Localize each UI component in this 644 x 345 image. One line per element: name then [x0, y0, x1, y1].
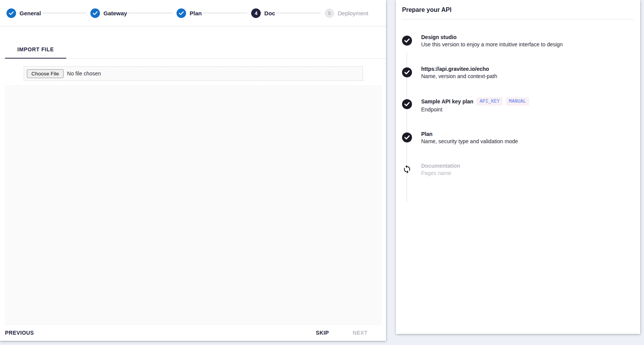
step-number-badge: 5	[325, 8, 334, 18]
step-connector	[42, 13, 87, 13]
item-title: Design studio	[421, 34, 563, 41]
file-dropzone[interactable]: Choose File No file chosen	[24, 66, 363, 81]
list-item-design-studio: Design studio Use this version to enjoy …	[402, 34, 633, 48]
item-title: Sample API key plan	[421, 98, 473, 105]
list-item-documentation: Documentation Pages name	[402, 162, 633, 177]
manual-badge: MANUAL	[506, 97, 529, 106]
item-description: Endpoint	[421, 106, 529, 113]
step-label: Doc	[264, 10, 275, 16]
check-circle-icon	[7, 8, 16, 18]
step-label: General	[20, 10, 41, 16]
item-title: Plan	[421, 131, 518, 137]
wizard-footer: PREVIOUS SKIP NEXT	[0, 325, 386, 341]
file-preview-area	[5, 85, 382, 325]
step-label: Gateway	[103, 10, 127, 16]
item-title: https://api.gravitee.io/echo	[421, 65, 497, 72]
sync-spinner-icon	[402, 164, 412, 174]
step-connector	[128, 13, 173, 13]
wizard-card: General Gateway Plan 4 Doc 5 Deployment	[0, 0, 386, 341]
list-item-plan: Plan Name, security type and validation …	[402, 131, 633, 145]
choose-file-button[interactable]: Choose File	[27, 69, 64, 78]
check-circle-icon	[177, 8, 186, 18]
item-description: Name, security type and validation mode	[421, 138, 518, 145]
check-circle-icon	[402, 132, 412, 142]
previous-button[interactable]: PREVIOUS	[5, 330, 34, 336]
check-circle-icon	[402, 36, 412, 46]
tab-import-file[interactable]: IMPORT FILE	[5, 40, 66, 58]
item-description: Name, version and context-path	[421, 73, 497, 80]
step-plan[interactable]: Plan	[177, 8, 202, 18]
item-description: Pages name	[421, 170, 460, 177]
step-connector	[203, 13, 247, 13]
step-doc[interactable]: 4 Doc	[251, 8, 275, 18]
step-gateway[interactable]: Gateway	[90, 8, 127, 18]
file-chosen-status: No file chosen	[67, 70, 101, 77]
list-item-api-url: https://api.gravitee.io/echo Name, versi…	[402, 65, 633, 80]
step-label: Deployment	[338, 10, 368, 16]
step-number-badge: 4	[251, 8, 261, 18]
check-circle-icon	[402, 99, 412, 109]
item-title: Documentation	[421, 162, 460, 169]
doc-tabs: IMPORT FILE	[0, 40, 386, 59]
step-connector	[276, 13, 321, 13]
step-label: Plan	[190, 10, 202, 16]
wizard-stepper: General Gateway Plan 4 Doc 5 Deployment	[0, 0, 386, 26]
check-circle-icon	[90, 8, 100, 18]
prepare-steps-list: Design studio Use this version to enjoy …	[396, 20, 640, 177]
prepare-api-panel: Prepare your API Design studio Use this …	[396, 0, 640, 334]
step-deployment: 5 Deployment	[325, 8, 368, 18]
check-circle-icon	[402, 67, 412, 77]
step-general[interactable]: General	[7, 8, 41, 18]
panel-title: Prepare your API	[402, 0, 634, 20]
list-item-sample-plan: Sample API key plan API_KEY MANUAL Endpo…	[402, 97, 633, 113]
next-button[interactable]: NEXT	[353, 330, 368, 336]
api-key-badge: API_KEY	[476, 97, 503, 106]
item-description: Use this version to enjoy a more intuiti…	[421, 41, 563, 48]
skip-button[interactable]: SKIP	[316, 330, 329, 336]
